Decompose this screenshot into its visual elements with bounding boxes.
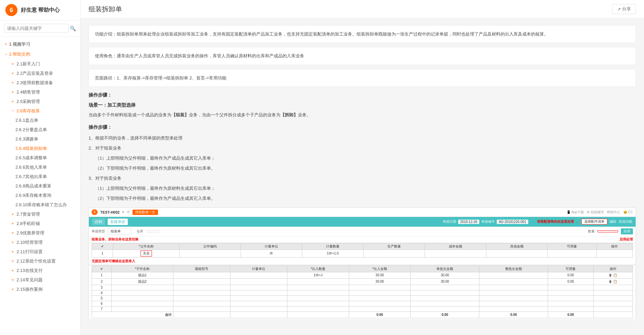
plus-icon-2-11: +: [11, 249, 14, 254]
mock-tab-new: 新建单据: [108, 219, 128, 225]
top-bar: 组装拆卸单 ↗ 分享: [80, 0, 644, 18]
search-button[interactable]: 🔍: [70, 25, 76, 32]
mock-lower-row-3: 3: [92, 285, 633, 290]
mock-select-type: 选择配件清单: [581, 219, 607, 225]
plus-icon-2-5: +: [11, 99, 14, 104]
step2-sub2: （2）下部明细为子件明细，最终作为原材料生成其它出库单。: [89, 164, 636, 173]
user-role-text: 使用角色：通常由生产人员或库管人员完成拆装业务的操作，库管人员确认原材料的出库和…: [95, 53, 304, 58]
sidebar-item-2-14[interactable]: + 2.14常见问题: [0, 275, 80, 285]
sidebar-item-2-7[interactable]: + 2.7资金管理: [0, 210, 80, 219]
content-area: 功能介绍：组装拆卸单用来处理企业组装或拆卸等加工业务，支持有固定装配清单的产品加…: [80, 18, 644, 335]
mock-arrow-1: ←: [576, 220, 579, 224]
sidebar-item-2-6-7[interactable]: 2.6.7其他出库单: [0, 172, 80, 181]
search-input[interactable]: [4, 24, 68, 33]
screenshot-container: 6 TEST-H002 ▾ ⟳ 同期数据一次 📱 App下载 ⚙ 招招辅导 帮助…: [89, 208, 636, 320]
plus-icon-2-7: +: [11, 212, 14, 217]
mock-lower-row-7: 7: [92, 306, 633, 312]
user-role-block: 使用角色：通常由生产人员或库管人员完成拆装业务的操作，库管人员确认原材料的出库和…: [89, 47, 636, 65]
sidebar-item-2-6-5[interactable]: 2.6.5成本调整单: [0, 153, 80, 163]
mock-lth-10: 操作: [593, 266, 633, 272]
sidebar-item-2-6-6[interactable]: 2.6.6其他入库单: [0, 163, 80, 172]
step3-sub2: （2）下部明细为子件明细，最终作为产成品生成其它入库单。: [89, 194, 636, 203]
mock-th-9: 可用量: [547, 243, 596, 249]
mock-lower-table: ✔ *子件名称 规格型号 计量单位 *出入数量 *出入金额 单批次金额 整批次金…: [92, 266, 633, 318]
mock-upper-table-container: ✔ *父件名称 父件编码 计量单位 计量数量 生产数量 成本金额 其他金额 可用…: [89, 243, 636, 259]
sidebar-item-2-6-1[interactable]: 2.6.1盘点单: [0, 116, 80, 125]
plus-icon-2-2: +: [11, 71, 14, 76]
logo-text: 好生意 帮助中心: [21, 7, 60, 14]
mock-upper-table: ✔ *父件名称 父件编码 计量单位 计量数量 生产数量 成本金额 其他金额 可用…: [92, 243, 633, 258]
plus-icon: +: [5, 42, 7, 47]
sidebar-item-2-6-9[interactable]: 2.6.9库存账本查询: [0, 191, 80, 200]
sidebar-item-2-6[interactable]: − 2.6库存核算: [0, 106, 80, 116]
mock-form-select: 组装单: [108, 228, 131, 235]
mock-right-icons: 📱 App下载 ⚙ 招招辅导 帮助中心 🐱 CC: [567, 210, 633, 215]
sidebar-item-2-6-8[interactable]: 2.6.8商品成本重算: [0, 181, 80, 191]
sidebar-item-docs[interactable]: − 2.帮助文档: [0, 49, 80, 59]
steps-list: 1、根据不同的业务，选择不同单据的类型来处理 2、对于组装业务 （1）上部明细为…: [89, 134, 636, 203]
mock-top-bar: 6 TEST-H002 ▾ ⟳ 同期数据一次 📱 App下载 ⚙ 招招辅导 帮助…: [89, 208, 636, 217]
mock-screenshot: 6 TEST-H002 ▾ ⟳ 同期数据一次 📱 App下载 ⚙ 招招辅导 帮助…: [89, 208, 636, 320]
mock-lth-5: *出入数量: [287, 266, 349, 272]
page-title: 组装拆卸单: [89, 5, 122, 14]
sidebar-item-2-1[interactable]: + 2.1新手入门: [0, 59, 80, 69]
mock-date-label: 单据日期: [443, 219, 456, 224]
main-area: 组装拆卸单 ↗ 分享 功能介绍：组装拆卸单用来处理企业组装或拆卸等加工业务，支持…: [80, 0, 644, 335]
mock-sync-icon: ⟳: [127, 210, 130, 214]
sidebar-item-2-10[interactable]: + 2.10经营管理: [0, 238, 80, 247]
plus-icon-2-10: +: [11, 240, 14, 245]
nav-tree: + 1.视频学习 − 2.帮助文档 + 2.1新手入门 + 2.2产品安装及登录…: [0, 37, 80, 335]
mock-form-label1: 单据类型: [92, 229, 105, 234]
step1: 1、根据不同的业务，选择不同单据的类型来处理: [89, 134, 636, 143]
sidebar-item-2-2[interactable]: + 2.2产品安装及登录: [0, 69, 80, 78]
mock-lth-1: ✔: [92, 266, 112, 272]
mock-lower-row-1: 1 親品1 1件+J 30.00 30.00 0.00 🗑 📋: [92, 272, 633, 278]
mock-lower-row-5: 5: [92, 295, 633, 301]
mock-lth-4: 计量单位: [230, 266, 287, 272]
sidebar-item-video-label: 1.视频学习: [9, 41, 30, 47]
step2: 2、对于组装业务: [89, 144, 636, 153]
sidebar-item-2-5[interactable]: + 2.5采购管理: [0, 97, 80, 106]
mock-lth-3: 规格型号: [173, 266, 230, 272]
ops-label: 操作步骤：: [89, 92, 636, 98]
share-button[interactable]: ↗ 分享: [612, 4, 636, 14]
ops-steps-label: 操作步骤：: [89, 124, 636, 130]
feature-intro-block: 功能介绍：组装拆卸单用来处理企业组装或拆卸等加工业务，支持有固定装配清单的产品加…: [89, 25, 636, 43]
sidebar-item-2-6-2[interactable]: 2.6.2分量盘点单: [0, 125, 80, 134]
sidebar-item-2-6-4[interactable]: 2.6.4组装拆卸单: [0, 144, 80, 153]
mock-annotation-row: 组装业务、拆卸业务在这里切换 启用处理: [89, 236, 636, 242]
sidebar-item-2-3[interactable]: + 2.3使用前数据准备: [0, 78, 80, 88]
sidebar-item-2-15[interactable]: + 2.15操作案例: [0, 285, 80, 294]
mock-dropdown-icon: ▾: [122, 210, 124, 214]
mock-upper-row-1: 1 关东 件 1件+1.0: [92, 249, 633, 257]
mock-qty-field: [597, 230, 618, 232]
mock-th-1: ✔: [92, 243, 113, 249]
step2-sub1: （1）上部明细为父件明细，最终作为产成品生成其它入库单；: [89, 154, 636, 163]
sidebar-item-2-9[interactable]: + 2.9优惠券管理: [0, 228, 80, 238]
mock-lth-7: 单批次金额: [411, 266, 479, 272]
mock-date-value: 2019-12-26: [458, 220, 479, 224]
sidebar-item-2-4[interactable]: + 2.4销售管理: [0, 88, 80, 97]
sidebar-item-2-6-3[interactable]: 2.6.3调拨单: [0, 134, 80, 144]
mock-annotation-2: 组装业务、拆卸业务在这里切换: [92, 237, 139, 242]
mock-logo: 6: [92, 209, 98, 215]
feature-intro-text: 功能介绍：组装拆卸单用来处理企业组装或拆卸等加工业务，支持有固定装配清单的产品加…: [95, 32, 548, 37]
sidebar-item-2-6-10[interactable]: 2.6.10库存账本错了怎么办: [0, 200, 80, 210]
mock-form-warehouse: [146, 230, 160, 232]
minus-icon-2-6: −: [11, 108, 14, 113]
sidebar-item-2-8[interactable]: + 2.8手机旺铺: [0, 219, 80, 228]
logo-icon: 6: [5, 4, 17, 16]
plus-icon-2-13: +: [11, 268, 14, 273]
sidebar-item-2-13[interactable]: + 2.13在线支付: [0, 266, 80, 275]
mock-apply-btn: 应用: [621, 228, 633, 234]
mock-lth-6: *出入金额: [349, 266, 411, 272]
sidebar-item-2-11[interactable]: + 2.11打印设置: [0, 247, 80, 257]
sidebar-item-2-12[interactable]: + 2.12系统个性化设置: [0, 257, 80, 266]
mock-th-4: 计量单位: [241, 243, 302, 249]
mock-th-8: 其他金额: [486, 243, 547, 249]
mock-annotation-4-row: 无固定清单可继续在这里录入: [89, 259, 636, 264]
mock-form-row: 单据类型 组装单 仓库 数量 应用: [89, 227, 636, 236]
mock-lower-row-4: 4: [92, 290, 633, 295]
sidebar-item-video[interactable]: + 1.视频学习: [0, 39, 80, 49]
path-text: 页面路径：1、库存核算->库存管理->组装拆卸单 2、首页->常用功能: [95, 75, 226, 80]
